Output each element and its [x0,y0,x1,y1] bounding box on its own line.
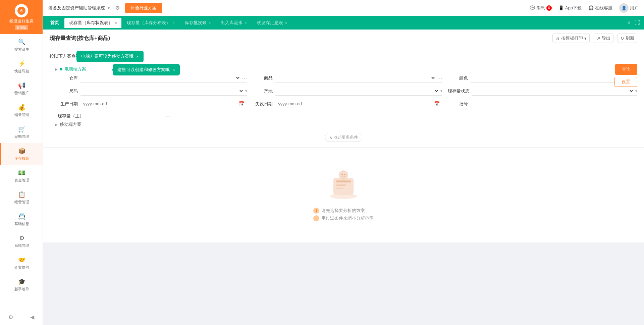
print-arrow-icon: ▾ [584,36,587,41]
message-item[interactable]: 💬 消息 6 [530,5,552,11]
sidebar-item-base-info-label: 基础信息 [14,221,29,226]
warehouse-select[interactable] [80,75,240,81]
content-area: 现存量查询(按仓库+商品) 🖨 按模板打印 ▾ ↗ 导出 ↻ 刷新 [43,30,644,325]
sidebar-item-search-menu[interactable]: 🔍 搜索菜单 [0,34,43,56]
refresh-button[interactable]: ↻ 刷新 [618,34,637,43]
sidebar-item-purchase[interactable]: 🛒 采购管理 [0,121,43,143]
filter-row-3: 生产日期 📅 失效日期 📅 [58,100,637,108]
enterprise-icon: 🤝 [18,256,25,264]
tab-inventory-status[interactable]: 现存量（库存状况表） × [64,18,121,28]
sidebar-item-quick-nav[interactable]: ⚡ 快捷导航 [0,56,43,78]
sidebar-logo: 6 畅通道好生意 标准版 [0,0,43,34]
topbar-right: 💬 消息 6 📱 App下载 🎧 在线客服 👤 用户 [530,3,639,13]
empty-hint: 1 请先选择要分析的方案 2 用过滤条件来缩小分析范围 [313,207,374,222]
sidebar-item-operation[interactable]: 📋 经营管理 [0,187,43,209]
tab-batch-ledger[interactable]: 库存批次账 × [180,18,215,28]
origin-select[interactable] [275,88,439,94]
hint-num-1: 1 [313,208,319,214]
sidebar-item-inventory-label: 库存核算 [14,156,29,161]
expire-date-calendar-icon[interactable]: 📅 [434,101,440,106]
size-select[interactable] [80,88,244,94]
print-template-button[interactable]: 🖨 按模板打印 ▾ [552,34,590,43]
tab-inventory-dist[interactable]: 现存量（库存分布表） × [122,18,179,28]
app-download-item[interactable]: 📱 App下载 [558,5,582,11]
user-icon: 👤 [622,6,627,10]
filter-field-expire-date: 失效日期 📅 [253,100,442,108]
filter-field-size: 尺码 ▾ [58,87,247,96]
tab-inventory-dist-close[interactable]: × [172,21,174,25]
sidebar-item-marketing[interactable]: 📢 营销推广 [0,78,43,100]
sidebar-item-inventory[interactable]: 📦 库存核算 [0,143,43,165]
tab-home[interactable]: 首页 [46,18,64,28]
scheme-item-mobile[interactable]: ▶ 移动端方案 [52,120,637,129]
scheme-mobile-arrow-icon: ▶ [55,123,58,126]
app-download-label: App下载 [565,5,582,11]
base-info-icon: 📇 [18,213,25,220]
tooltip-close-icon-1[interactable]: × [136,54,139,59]
logo-icon: 6 [15,4,28,17]
sidebar-item-base-info[interactable]: 📇 基础信息 [0,209,43,230]
sidebar-item-marketing-label: 营销推广 [14,91,29,96]
goods-select[interactable] [275,75,435,81]
size-arrow-icon: ▾ [245,89,247,93]
online-support-item[interactable]: 🎧 在线客服 [588,5,612,11]
stock-main-min-input[interactable] [89,113,164,118]
svg-point-8 [341,174,343,175]
tab-in-out-flow[interactable]: 出入库流水 × [216,18,251,28]
logo-text: 畅通道好生意 [9,19,34,24]
sidebar-item-system[interactable]: ⚙ 系统管理 [0,230,43,252]
tab-home-label: 首页 [50,20,59,26]
sidebar-item-operation-label: 经营管理 [14,200,29,205]
tabbar-fullscreen-icon[interactable]: ⛶ [633,18,641,27]
filter-row-4: 现存量（主） — [58,112,637,120]
batch-input[interactable] [471,100,637,108]
set-button[interactable]: 设置 [614,77,637,87]
settings-icon[interactable]: ⚙ [6,313,16,322]
stock-state-select[interactable] [472,88,634,94]
sidebar-item-enterprise[interactable]: 🤝 企业协同 [0,252,43,274]
empty-hint-1: 1 请先选择要分析的方案 [313,207,374,214]
tab-in-out-flow-close[interactable]: × [245,21,247,25]
stock-main-range: — [87,112,249,120]
goods-more-icon[interactable]: ⋯ [437,75,442,81]
goods-select-wrap: ⋯ [275,73,442,83]
warehouse-more-icon[interactable]: ⋯ [242,75,247,81]
tooltip-close-icon-2[interactable]: × [172,67,175,72]
topbar-system: 装备及固定资产辅助管理系统 ▾ [48,5,110,11]
size-select-wrap: ▾ [80,87,247,96]
origin-select-wrap: ▾ [275,87,442,96]
query-button[interactable]: 查询 [615,64,637,75]
warehouse-label: 仓库 [58,75,78,81]
collapse-sidebar-icon[interactable]: ◀ [28,313,37,322]
scheme-desktop-arrow-icon: ▶ [55,67,58,71]
export-icon: ↗ [597,36,600,41]
topbar-gear-icon[interactable]: ⚙ [115,5,120,11]
tab-recv-summary-close[interactable]: × [285,21,287,25]
tabbar-actions: × ⛶ [626,18,641,27]
tab-batch-ledger-close[interactable]: × [209,21,211,25]
page-title: 现存量查询(按仓库+商品) [50,35,110,42]
sales-icon: 💰 [18,104,25,111]
sidebar-item-sales[interactable]: 💰 销售管理 [0,100,43,121]
tabbar-close-all-icon[interactable]: × [626,18,632,27]
produce-date-calendar-icon[interactable]: 📅 [239,101,245,106]
produce-date-input[interactable] [83,101,239,106]
collapse-button[interactable]: ∧ 收起更多条件 [325,133,362,142]
sidebar-item-guide[interactable]: 🎓 新手引导 [0,274,43,296]
color-select[interactable] [471,75,634,81]
scheme-desktop-label: 电脑端方案 [64,66,86,72]
scheme-item-desktop[interactable]: ▶ 电脑端方案 这里可以创建和修改方案哦 × [52,65,637,73]
tab-inventory-status-close[interactable]: × [115,21,117,25]
expire-date-input[interactable] [278,101,434,106]
system-icon: ⚙ [19,234,24,242]
export-button[interactable]: ↗ 导出 [594,34,613,43]
marketing-icon: 📢 [18,82,25,89]
sidebar-nav: 🔍 搜索菜单 ⚡ 快捷导航 📢 营销推广 💰 销售管理 🛒 采购管理 📦 库存核… [0,34,43,309]
filter-panel: 按以下方案查询 + ⊙ « 电脑方案可设为移动方案哦 × ▶ 电脑端方案 [43,47,644,148]
user-item[interactable]: 👤 用户 [619,3,639,13]
stock-main-max-input[interactable] [171,113,247,118]
tab-recv-summary[interactable]: 收发存汇总表 × [252,18,292,28]
tab-inventory-dist-label: 现存量（库存分布表） [127,20,170,26]
sidebar-item-finance[interactable]: 💵 资金管理 [0,165,43,187]
experience-button[interactable]: 体验行业方案 [125,3,162,13]
